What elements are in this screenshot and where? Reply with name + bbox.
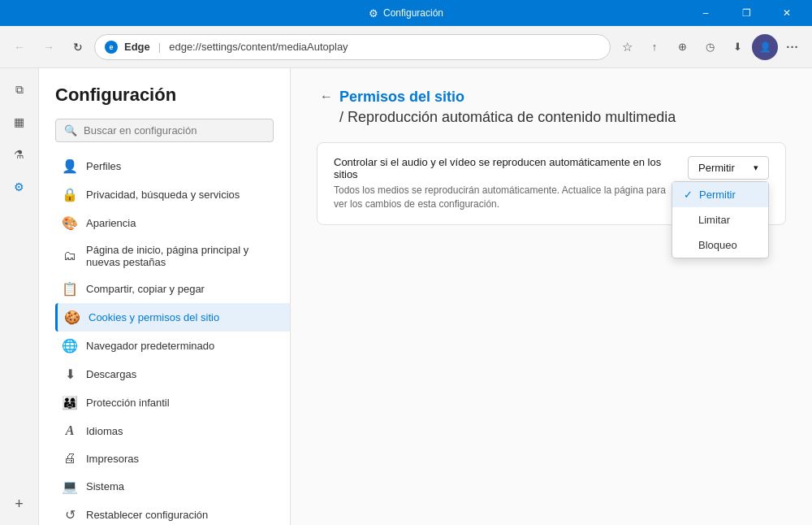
breadcrumb-back-button[interactable]: ←: [317, 88, 336, 106]
downloads-button[interactable]: ⬇: [724, 34, 750, 60]
sidebar-item-label: Sistema: [86, 480, 124, 492]
navegador-icon: 🌐: [62, 338, 78, 354]
back-button[interactable]: ←: [6, 34, 32, 60]
sidebar-item-label: Perfiles: [86, 160, 121, 172]
check-mark-icon: ✓: [684, 189, 693, 201]
dropdown-item-bloqueo[interactable]: Bloqueo: [672, 232, 768, 258]
collections-button[interactable]: ↑: [641, 34, 667, 60]
sidebar-item-privacidad[interactable]: 🔒 Privacidad, búsqueda y servicios: [55, 180, 290, 209]
dropdown-selected-label: Permitir: [698, 162, 735, 174]
sidebar-item-idiomas[interactable]: A Idiomas: [55, 417, 290, 445]
sidebar-item-label: Idiomas: [86, 425, 123, 437]
addressbar: ← → ↻ e Edge | edge://settings/content/m…: [0, 26, 812, 68]
autoplay-dropdown-button[interactable]: Permitir ▾: [688, 156, 769, 180]
sidebar-item-navegador[interactable]: 🌐 Navegador predeterminado: [55, 332, 290, 360]
search-icon: 🔍: [64, 124, 77, 137]
privacidad-icon: 🔒: [62, 187, 78, 202]
dropdown-item-label: Permitir: [699, 189, 736, 201]
sidebar-item-label: Descargas: [86, 368, 136, 380]
page-subtitle: / Reproducción automática de contenido m…: [317, 109, 786, 126]
search-input[interactable]: [84, 124, 265, 137]
sidebar-icon-strip: ⧉ ▦ ⚗ ⚙ +: [0, 68, 39, 525]
perfiles-icon: 👤: [62, 158, 78, 174]
sidebar-item-descargas[interactable]: ⬇ Descargas: [55, 360, 290, 388]
add-button[interactable]: +: [5, 489, 34, 518]
settings-sidebar: Configuración 🔍 👤 Perfiles 🔒 Privacidad,…: [39, 68, 291, 525]
address-separator: |: [158, 41, 161, 53]
toolbar-icons: ☆ ↑ ⊕ ◷ ⬇ 👤 ···: [614, 34, 806, 60]
settings-title: Configuración: [55, 85, 290, 106]
sidebar-item-restablecer[interactable]: ↺ Restablecer configuración: [55, 501, 290, 525]
address-text: edge://settings/content/mediaAutoplay: [169, 41, 348, 53]
sidebar-item-label: Apariencia: [86, 217, 136, 229]
sidebar-item-impresoras[interactable]: 🖨 Impresoras: [55, 445, 290, 472]
impresoras-icon: 🖨: [62, 451, 78, 466]
titlebar-controls: – ❐ ✕: [687, 0, 806, 26]
apariencia-icon: 🎨: [62, 215, 78, 231]
card-label: Controlar si el audio y el vídeo se repr…: [334, 156, 675, 180]
idiomas-icon: A: [62, 423, 78, 438]
sidebar-item-label: Privacidad, búsqueda y servicios: [86, 189, 240, 201]
compartir-icon: 📋: [62, 281, 78, 297]
dropdown-item-label: Bloqueo: [684, 239, 737, 251]
settings-card: Controlar si el audio y el vídeo se repr…: [317, 142, 786, 225]
settings-nav: 👤 Perfiles 🔒 Privacidad, búsqueda y serv…: [55, 152, 290, 525]
breadcrumb: ← Permisos del sitio: [317, 88, 786, 106]
favorites-button[interactable]: ☆: [614, 34, 640, 60]
card-desc: Todos los medios se reproducirán automát…: [334, 184, 675, 211]
content-area: ← Permisos del sitio / Reproducción auto…: [291, 68, 812, 525]
translate-button[interactable]: ▦: [5, 107, 34, 137]
restablecer-icon: ↺: [62, 507, 78, 523]
search-box[interactable]: 🔍: [55, 119, 274, 142]
sidebar-item-proteccion[interactable]: 👨‍👩‍👧 Protección infantil: [55, 388, 290, 417]
chevron-down-icon: ▾: [754, 163, 758, 173]
sidebar-item-label: Página de inicio, página principal y nue…: [86, 244, 280, 268]
address-field[interactable]: e Edge | edge://settings/content/mediaAu…: [94, 34, 611, 60]
sidebar-item-perfiles[interactable]: 👤 Perfiles: [55, 152, 290, 180]
profile-button[interactable]: 👤: [752, 34, 778, 60]
tab-sidebar-button[interactable]: ⧉: [5, 75, 34, 104]
sidebar-item-label: Navegador predeterminado: [86, 340, 214, 352]
forward-button[interactable]: →: [36, 34, 62, 60]
dropdown-wrapper: Permitir ▾ ✓ Permitir Limitar Bloqueo: [688, 156, 769, 180]
descargas-icon: ⬇: [62, 367, 78, 382]
titlebar: ⚙ Configuración – ❐ ✕: [0, 0, 812, 26]
gear-icon: ⚙: [369, 7, 378, 20]
card-text-area: Controlar si el audio y el vídeo se repr…: [334, 156, 675, 211]
pagina-inicio-icon: 🗂: [62, 249, 78, 263]
edge-logo-icon: e: [105, 41, 118, 54]
sidebar-item-pagina-inicio[interactable]: 🗂 Página de inicio, página principal y n…: [55, 237, 290, 275]
lab-button[interactable]: ⚗: [5, 140, 34, 169]
sidebar-item-cookies[interactable]: 🍪 Cookies y permisos del sitio: [55, 303, 290, 332]
more-button[interactable]: ···: [780, 34, 806, 60]
refresh-button[interactable]: ↻: [65, 34, 91, 60]
sidebar-item-label: Protección infantil: [86, 397, 170, 409]
close-button[interactable]: ✕: [768, 0, 806, 26]
history-button[interactable]: ◷: [697, 34, 723, 60]
extensions-button[interactable]: ⊕: [669, 34, 695, 60]
main-layout: ⧉ ▦ ⚗ ⚙ + Configuración 🔍 👤 Perfiles 🔒 P…: [0, 68, 812, 525]
dropdown-item-permitir[interactable]: ✓ Permitir: [672, 182, 768, 207]
sidebar-item-label: Compartir, copiar y pegar: [86, 283, 205, 295]
proteccion-icon: 👨‍👩‍👧: [62, 395, 78, 410]
sidebar-item-apariencia[interactable]: 🎨 Apariencia: [55, 209, 290, 237]
sidebar-item-label: Impresoras: [86, 453, 139, 465]
sidebar-item-compartir[interactable]: 📋 Compartir, copiar y pegar: [55, 275, 290, 303]
titlebar-title: ⚙ Configuración: [369, 7, 443, 20]
breadcrumb-link[interactable]: Permisos del sitio: [339, 89, 464, 106]
sidebar-item-sistema[interactable]: 💻 Sistema: [55, 472, 290, 501]
sidebar-item-label: Restablecer configuración: [86, 509, 208, 521]
sistema-icon: 💻: [62, 479, 78, 494]
cookies-icon: 🍪: [64, 310, 80, 325]
sidebar-item-label: Cookies y permisos del sitio: [89, 311, 219, 323]
edge-label: Edge: [124, 41, 150, 53]
minimize-button[interactable]: –: [687, 0, 724, 26]
dropdown-item-limitar[interactable]: Limitar: [672, 207, 768, 232]
dropdown-menu: ✓ Permitir Limitar Bloqueo: [672, 181, 769, 258]
maximize-button[interactable]: ❐: [728, 0, 765, 26]
settings-icon-button[interactable]: ⚙: [5, 172, 34, 202]
dropdown-item-label: Limitar: [684, 214, 730, 226]
